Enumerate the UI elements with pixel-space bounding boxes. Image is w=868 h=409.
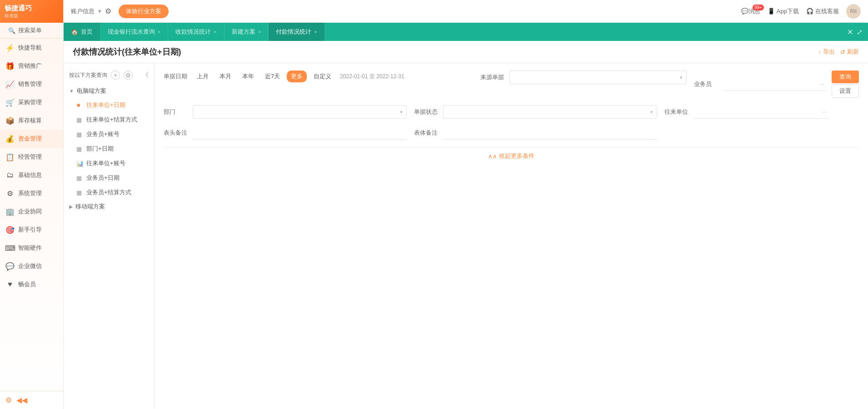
sidebar-item-inventory[interactable]: 📦 库存核算 [0, 111, 63, 130]
sidebar-item-search[interactable]: 🔍 搜索菜单 [0, 23, 63, 39]
header-note-group: 表头备注 [164, 126, 407, 140]
pc-section-arrow-icon: ▼ [69, 88, 74, 94]
sidebar-item-basic-info[interactable]: 🗂 基础信息 [0, 166, 63, 184]
scheme-add-button[interactable]: + [111, 71, 120, 80]
tab-close-bank[interactable]: × [158, 29, 160, 35]
account-dropdown-icon[interactable]: ▾ [98, 8, 101, 15]
sidebar-item-label: 基础信息 [18, 171, 42, 179]
sidebar-item-operation[interactable]: 📋 经营管理 [0, 148, 63, 166]
sidebar-item-label: 经营管理 [18, 153, 42, 161]
header-note-label: 表头备注 [164, 129, 189, 137]
tab-collection[interactable]: 收款情况统计 × [168, 23, 224, 41]
header: 账户信息 ▾ ⚙ 体验行业方案 💬 消息 99+ 📱 App下载 🎧 在线客服 … [64, 0, 868, 23]
online-service-button[interactable]: 🎧 在线客服 [806, 7, 839, 15]
date-option-this-month[interactable]: 本月 [215, 71, 235, 82]
body-note-group: 表体备注 [414, 126, 657, 140]
date-option-custom[interactable]: 自定义 [309, 71, 335, 82]
sidebar-item-marketing[interactable]: 🎁 营销推广 [0, 57, 63, 75]
tab-label: 现金银行流水查询 [108, 28, 155, 36]
header-settings-icon[interactable]: ⚙ [105, 7, 111, 15]
scheme-item-staff-date[interactable]: ▦ 业务员+日期 [64, 171, 154, 185]
partner-filter-group: 往来单位 ··· [664, 105, 859, 119]
source-select[interactable]: ▾ [509, 71, 687, 84]
dept-select[interactable]: ▾ [193, 105, 407, 119]
sidebar-item-guide[interactable]: 🎯 新手引导 [0, 221, 63, 239]
member-icon: ♥ [5, 280, 15, 289]
header-note-input[interactable] [193, 126, 407, 140]
mobile-section-label: 移动端方案 [75, 202, 105, 211]
scheme-item-staff-account[interactable]: ▦ 业务员+账号 [64, 127, 154, 141]
chart-icon: 📊 [76, 160, 84, 167]
scheme-settings-button[interactable]: ⚙ [124, 71, 133, 80]
tab-new-plan[interactable]: 新建方案 × [224, 23, 269, 41]
expand-icon[interactable]: ⤢ [857, 28, 863, 36]
sidebar-item-cooperation[interactable]: 🏢 企业协同 [0, 202, 63, 221]
tab-bank[interactable]: 现金银行流水查询 × [100, 23, 168, 41]
scheme-item-unit-date[interactable]: ● 往来单位+日期 [64, 98, 154, 112]
date-option-this-year[interactable]: 本年 [238, 71, 258, 82]
date-filter-group: 单据日期 上月 本月 本年 近7天 更多 自定义 2022-01-01 至 20… [164, 71, 473, 82]
quick-nav-icon: ⚡ [5, 43, 15, 52]
scheme-icon: ▦ [76, 175, 84, 182]
tab-close-payment[interactable]: × [314, 29, 317, 35]
sidebar-item-wechat[interactable]: 💬 企业微信 [0, 257, 63, 275]
sidebar-item-member[interactable]: ♥ 畅会员 [0, 275, 63, 293]
date-option-last-month[interactable]: 上月 [193, 71, 213, 82]
sidebar-item-hardware[interactable]: ⌨ 智能硬件 [0, 239, 63, 257]
tabbar: 🏠 首页 现金银行流水查询 × 收款情况统计 × 新建方案 × 付款情况统计 ×… [64, 23, 868, 41]
sidebar-item-label: 库存核算 [18, 116, 42, 125]
header-right: 💬 消息 99+ 📱 App下载 🎧 在线客服 Rit [741, 4, 861, 19]
scheme-icon: ▦ [76, 189, 84, 196]
doc-status-select[interactable]: ▾ [443, 105, 657, 119]
scheme-item-label: 部门+日期 [86, 145, 114, 153]
date-option-more[interactable]: 更多 [287, 71, 307, 82]
scheme-item-staff-settle[interactable]: ▦ 业务员+结算方式 [64, 185, 154, 200]
messages-button[interactable]: 💬 消息 99+ [741, 7, 760, 15]
scheme-collapse-button[interactable]: 《 [142, 71, 149, 79]
date-options: 上月 本月 本年 近7天 更多 自定义 2022-01-01 至 2022-12… [193, 71, 404, 82]
tab-close-collection[interactable]: × [214, 29, 216, 35]
scheme-item-unit-account[interactable]: 📊 往来单位+账号 [64, 156, 154, 171]
tab-home[interactable]: 🏠 首页 [64, 23, 100, 41]
scheme-item-dept-date[interactable]: ▦ 部门+日期 [64, 141, 154, 156]
tab-payment[interactable]: 付款情况统计 × [269, 23, 324, 41]
gear-icon[interactable]: ⚙ [5, 396, 12, 404]
collapse-sidebar-icon[interactable]: ◀◀ [16, 396, 27, 404]
scheme-icon: ▦ [76, 146, 84, 152]
query-button[interactable]: 查询 [832, 71, 859, 83]
search-icon: 🔍 [8, 27, 15, 34]
date-label: 单据日期 [164, 72, 189, 81]
sidebar-item-system[interactable]: ⚙ 系统管理 [0, 184, 63, 202]
avatar[interactable]: Rit [846, 4, 861, 19]
sidebar-item-quick-nav[interactable]: ⚡ 快捷导航 [0, 39, 63, 57]
close-all-tabs-icon[interactable]: ✕ [847, 28, 853, 36]
mobile-section-header[interactable]: ▶ 移动端方案 [64, 200, 154, 213]
wechat-icon: 💬 [5, 262, 15, 271]
home-icon: 🏠 [71, 29, 78, 35]
sidebar-item-finance[interactable]: 💰 资金管理 [0, 130, 63, 148]
tab-label: 收款情况统计 [175, 28, 211, 36]
partner-label: 往来单位 [664, 108, 690, 116]
pc-section-header[interactable]: ▼ 电脑端方案 [64, 84, 154, 98]
body-note-input[interactable] [443, 126, 657, 140]
purchase-icon: 🛒 [5, 98, 15, 107]
scheme-panel-title: 按以下方案查询 [69, 71, 107, 79]
trial-industry-button[interactable]: 体验行业方案 [119, 5, 169, 18]
sidebar-item-purchase[interactable]: 🛒 采购管理 [0, 93, 63, 111]
settings-button[interactable]: 设置 [832, 84, 859, 98]
message-icon: 💬 [741, 8, 748, 15]
date-option-last-7[interactable]: 近7天 [261, 71, 284, 82]
export-button[interactable]: ↑ 导出 [818, 48, 835, 56]
header-actions: ↑ 导出 ↺ 刷新 [818, 48, 859, 56]
staff-ellipsis-icon: ··· [820, 81, 824, 87]
sidebar-item-label: 资金管理 [18, 135, 42, 143]
service-label: 在线客服 [815, 7, 839, 15]
refresh-button[interactable]: ↺ 刷新 [840, 48, 859, 56]
collapse-conditions-bar[interactable]: ∧∧ 收起更多条件 [164, 147, 859, 165]
scheme-panel-header: 按以下方案查询 + ⚙ 《 [64, 68, 154, 84]
main-content: 付款情况统计(往来单位+日期) ↑ 导出 ↺ 刷新 按以下方案查询 + ⚙ 《 [64, 41, 868, 409]
tab-close-new-plan[interactable]: × [258, 29, 261, 35]
sidebar-item-sales[interactable]: 📈 销售管理 [0, 75, 63, 93]
scheme-item-unit-settle[interactable]: ▦ 往来单位+结算方式 [64, 112, 154, 127]
app-download-button[interactable]: 📱 App下载 [768, 7, 799, 15]
